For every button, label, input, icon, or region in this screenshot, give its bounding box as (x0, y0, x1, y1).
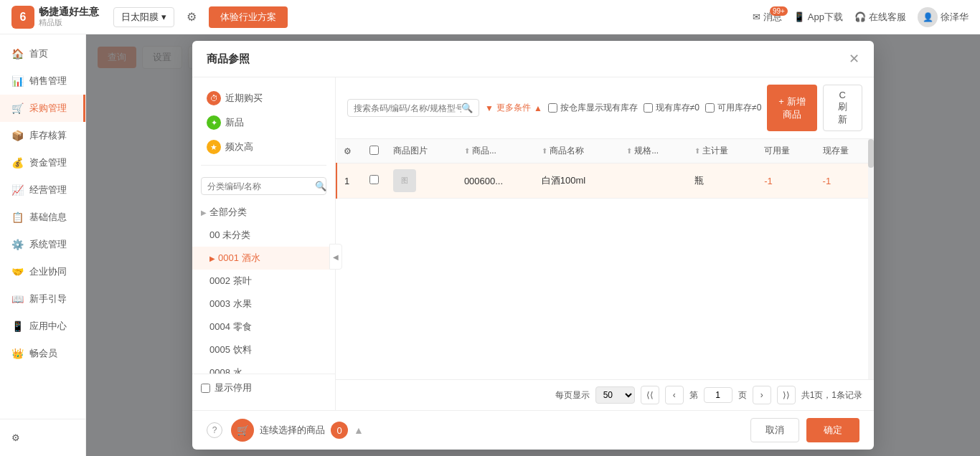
user-area[interactable]: 👤 徐泽华 (918, 7, 969, 27)
per-page-label: 每页显示 (555, 389, 590, 402)
sidebar-settings-btn[interactable]: ⚙ (0, 425, 85, 450)
category-fruit[interactable]: 0003 水果 (192, 293, 335, 315)
refresh-button[interactable]: C 刷新 (823, 85, 862, 131)
row-checkbox[interactable] (369, 175, 379, 184)
phone-icon: 📱 (793, 11, 805, 22)
sidebar-item-inventory[interactable]: 📦 库存核算 (0, 122, 85, 149)
warehouse-filter-text: 按仓库显示现有库存 (560, 102, 638, 114)
col-settings[interactable]: ⚙ (336, 139, 362, 163)
category-tea[interactable]: 0002 茶叶 (192, 270, 335, 293)
category-search-box[interactable]: 🔍 (201, 177, 326, 195)
sidebar-label-system: 系统管理 (29, 238, 67, 251)
category-all[interactable]: ▶ 全部分类 (192, 201, 335, 224)
quick-recent[interactable]: ⏱ 近期购买 (201, 86, 326, 110)
action-buttons: + 新增商品 C 刷新 (767, 85, 862, 131)
last-page-button[interactable]: ⟩⟩ (777, 386, 796, 404)
prev-page-button[interactable]: ‹ (665, 386, 684, 404)
scrollbar-thumb[interactable] (868, 139, 874, 168)
avail-ne0-checkbox[interactable] (705, 103, 715, 113)
row-checkbox-cell[interactable] (362, 163, 386, 199)
sidebar-label-member: 畅会员 (29, 347, 57, 360)
modal-right-panel: 🔍 ▼ 更多条件 ▲ 按仓库显示现有库存 (336, 77, 874, 410)
service-button[interactable]: 🎧 在线客服 (854, 11, 906, 24)
sidebar-item-operations[interactable]: 📈 经营管理 (0, 176, 85, 204)
category-unclassified[interactable]: 00 未分类 (192, 224, 335, 247)
col-name-header[interactable]: ⬆ 商品名称 (534, 139, 619, 163)
sidebar-item-purchase[interactable]: 🛒 采购管理 (0, 95, 85, 122)
col-stock-header: 现存量 (816, 139, 874, 163)
cancel-button[interactable]: 取消 (750, 418, 799, 442)
next-page-button[interactable]: › (753, 386, 771, 404)
content-area: 查询 设置 刷新 商品参照 ✕ ◀ (86, 34, 980, 456)
sidebar-item-sales[interactable]: 📊 销售管理 (0, 67, 85, 95)
col-spec-header[interactable]: ⬆ 规格... (619, 139, 687, 163)
column-settings-icon[interactable]: ⚙ (344, 146, 352, 156)
col-code-label: 商品... (472, 145, 496, 157)
product-search-box[interactable]: 🔍 (347, 99, 479, 117)
sort-icon-spec: ⬆ (626, 147, 632, 155)
help-button[interactable]: ? (207, 422, 222, 438)
sidebar-item-member[interactable]: 👑 畅会员 (0, 340, 85, 367)
more-conditions-button[interactable]: ▼ 更多条件 ▲ (485, 102, 542, 114)
sidebar-item-finance[interactable]: 💰 资金管理 (0, 149, 85, 176)
chevron-up-icon: ▲ (534, 103, 542, 113)
stock-ne0-text: 现有库存≠0 (656, 102, 699, 114)
per-page-select[interactable]: 50 10 20 100 (595, 386, 635, 404)
modal-footer: ? 🛒 连续选择的商品 0 ▲ 取消 确定 (192, 410, 874, 450)
store-name: 日太阳膜 (121, 11, 159, 24)
page-info: 共1页，1条记录 (801, 389, 862, 402)
purchase-icon: 🛒 (11, 103, 24, 114)
warehouse-filter-label[interactable]: 按仓库显示现有库存 (548, 102, 638, 114)
row-unit-cell: 瓶 (687, 163, 757, 199)
warehouse-filter-checkbox[interactable] (548, 103, 557, 113)
category-liquor[interactable]: ▶ 0001 酒水 (192, 247, 335, 270)
first-page-button[interactable]: ⟨⟨ (641, 386, 659, 404)
app-download-button[interactable]: 📱 App下载 (793, 11, 843, 24)
sort-icon: ⬆ (542, 147, 547, 155)
new-icon: ✦ (207, 115, 221, 130)
stock-ne0-checkbox[interactable] (644, 103, 653, 113)
confirm-button[interactable]: 确定 (806, 418, 859, 442)
page-number-input[interactable] (704, 387, 732, 403)
store-selector[interactable]: 日太阳膜 ▾ (113, 7, 174, 27)
cart-collapse-button[interactable]: ▲ (354, 424, 364, 436)
row-stock-cell: -1 (816, 163, 874, 199)
app-download-label: App下载 (808, 11, 843, 24)
sidebar-item-collab[interactable]: 🤝 企业协同 (0, 258, 85, 285)
settings-button[interactable]: ⚙ (180, 6, 203, 29)
row-code-cell: 000600... (457, 163, 534, 199)
sidebar-label-guide: 新手引导 (29, 293, 67, 305)
quick-freq[interactable]: ★ 频次高 (201, 135, 326, 159)
sidebar-item-system[interactable]: ⚙️ 系统管理 (0, 231, 85, 258)
col-unit-header[interactable]: ⬆ 主计量 (687, 139, 757, 163)
product-search-input[interactable] (354, 103, 461, 113)
add-product-button[interactable]: + 新增商品 (767, 85, 816, 131)
search-icon[interactable]: 🔍 (461, 103, 473, 113)
sidebar-item-base[interactable]: 📋 基础信息 (0, 204, 85, 231)
sidebar-label-collab: 企业协同 (29, 265, 67, 278)
trial-button[interactable]: 体验行业方案 (209, 6, 288, 28)
sidebar-item-home[interactable]: 🏠 首页 (0, 40, 85, 67)
table-row[interactable]: 1 图 (336, 163, 874, 199)
sidebar-item-guide[interactable]: 📖 新手引导 (0, 285, 85, 313)
category-beverage[interactable]: 0005 饮料 (192, 338, 335, 361)
vertical-scrollbar[interactable] (868, 139, 874, 379)
show-disabled-checkbox[interactable] (201, 384, 210, 393)
apps-icon: 📱 (11, 320, 24, 332)
footer-buttons: 取消 确定 (750, 418, 859, 442)
category-search-icon[interactable]: 🔍 (315, 181, 326, 191)
arrow-icon: ▶ (209, 255, 215, 262)
category-snack[interactable]: 0004 零食 (192, 315, 335, 338)
stock-ne0-filter-label[interactable]: 现有库存≠0 (644, 102, 699, 114)
topbar: 6 畅捷通好生意 精品版 日太阳膜 ▾ ⚙ 体验行业方案 ✉ 消息 99+ 📱 … (0, 0, 980, 34)
col-code-header[interactable]: ⬆ 商品... (457, 139, 534, 163)
sidebar-item-apps[interactable]: 📱 应用中心 (0, 313, 85, 340)
category-search-input[interactable] (207, 181, 315, 191)
category-water[interactable]: 0008 水 (192, 361, 335, 374)
message-button[interactable]: ✉ 消息 99+ (753, 11, 782, 24)
modal-close-button[interactable]: ✕ (849, 51, 859, 67)
collapse-panel-button[interactable]: ◀ (329, 244, 342, 270)
quick-new[interactable]: ✦ 新品 (201, 110, 326, 135)
select-all-checkbox[interactable] (369, 146, 379, 155)
avail-ne0-filter-label[interactable]: 可用库存≠0 (705, 102, 761, 114)
